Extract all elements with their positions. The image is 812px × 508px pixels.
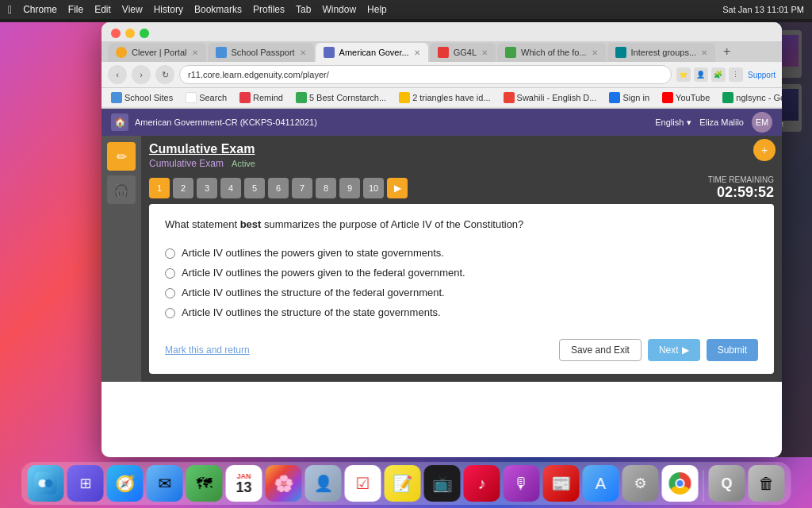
dock-launchpad-icon[interactable]: ⊞ [67, 465, 104, 502]
bookmark-5best[interactable]: 5 Best Cornstarch... [293, 90, 389, 105]
mark-and-return-link[interactable]: Mark this and return [165, 344, 250, 356]
bookmark-swahili[interactable]: Swahili - English D... [500, 90, 600, 105]
browser-tab-interest[interactable]: Interest groups... ✕ [607, 43, 716, 62]
course-header: 🏠 American Government-CR (KCKPS-04112021… [102, 109, 782, 136]
profile-icon[interactable]: 👤 [694, 67, 708, 82]
menu-tab[interactable]: Tab [296, 4, 311, 15]
question-6-button[interactable]: 6 [268, 178, 289, 198]
next-arrow-icon: ▶ [682, 344, 689, 356]
dock-notes-icon[interactable]: 📝 [385, 465, 421, 502]
dock-calendar-icon[interactable]: JAN 13 [226, 465, 262, 502]
menu-view[interactable]: View [122, 4, 143, 15]
dock-podcasts-icon[interactable]: 🎙 [504, 465, 540, 502]
question-5-button[interactable]: 5 [244, 178, 265, 198]
menu-edit[interactable]: Edit [94, 4, 111, 15]
tab-passport-close-icon[interactable]: ✕ [300, 48, 306, 57]
bookmark-2tri[interactable]: 2 triangles have id... [396, 90, 493, 105]
new-tab-button[interactable]: + [717, 41, 737, 62]
answer-radio-1[interactable] [165, 248, 175, 259]
bookmark-signin[interactable]: Sign in [606, 90, 653, 105]
dock-finder-icon[interactable] [28, 465, 64, 502]
bottom-action-buttons: Save and Exit Next ▶ Submit [559, 339, 758, 361]
chevron-down-icon: ▾ [687, 117, 691, 128]
bookmark-youtube[interactable]: YouTube [659, 90, 713, 105]
dock-settings-icon[interactable]: ⚙ [622, 465, 659, 502]
dock-trash-icon[interactable]: 🗑 [749, 465, 785, 502]
signin-favicon-icon [609, 92, 620, 103]
more-options-icon[interactable]: ⋮ [729, 67, 743, 82]
dock-music-icon[interactable]: ♪ [464, 465, 500, 502]
browser-tab-which[interactable]: Which of the fo... ✕ [497, 43, 606, 62]
question-7-button[interactable]: 7 [292, 178, 312, 198]
audio-button[interactable]: 🎧 [107, 175, 136, 204]
answer-radio-3[interactable] [165, 288, 175, 298]
tab-gg4l-close-icon[interactable]: ✕ [481, 48, 488, 57]
answer-radio-4[interactable] [165, 308, 175, 318]
extension-icon[interactable]: 🧩 [711, 67, 726, 82]
back-button[interactable]: ‹ [108, 65, 127, 84]
minimize-window-button[interactable] [125, 29, 135, 38]
menu-chrome[interactable]: Chrome [23, 4, 57, 15]
bookmark-search[interactable]: Search [182, 90, 230, 105]
add-note-button[interactable]: + [753, 139, 776, 161]
question-4-button[interactable]: 4 [220, 178, 241, 198]
dock-maps-icon[interactable]: 🗺 [186, 465, 223, 502]
dock-tv-icon[interactable]: 📺 [424, 465, 461, 502]
bookmark-remind[interactable]: Remind [236, 90, 286, 105]
browser-tab-clever[interactable]: Clever | Portal ✕ [108, 43, 206, 62]
question-2-button[interactable]: 2 [173, 178, 193, 198]
submit-button[interactable]: Submit [707, 339, 758, 361]
tab-amgov-close-icon[interactable]: ✕ [414, 48, 420, 57]
support-button[interactable]: Support [748, 71, 776, 79]
fullscreen-window-button[interactable] [140, 29, 149, 38]
bookmark-school-sites[interactable]: School Sites [108, 90, 176, 105]
browser-window: Clever | Portal ✕ School Passport ✕ Amer… [102, 22, 782, 457]
bookmark-icon[interactable]: ⭐ [676, 67, 691, 82]
apple-logo-icon[interactable]:  [8, 3, 12, 16]
question-8-button[interactable]: 8 [316, 178, 336, 198]
browser-tab-gg4l[interactable]: GG4L ✕ [430, 43, 496, 62]
save-and-exit-button[interactable]: Save and Exit [559, 339, 642, 361]
close-window-button[interactable] [111, 29, 121, 38]
dock-contacts-icon[interactable]: 👤 [305, 465, 342, 502]
language-selector[interactable]: English ▾ [655, 117, 691, 128]
url-bar[interactable]: r11.core.learn.edgenuity.com/player/ [179, 65, 672, 84]
answer-radio-2[interactable] [165, 268, 175, 279]
menu-window[interactable]: Window [322, 4, 356, 15]
question-1-button[interactable]: 1 [149, 178, 170, 198]
forward-button[interactable]: › [132, 65, 151, 84]
menu-profiles[interactable]: Profiles [253, 4, 285, 15]
menu-history[interactable]: History [154, 4, 183, 15]
answer-option-2[interactable]: Article IV outlines the powers given to … [165, 267, 758, 279]
dock-news-icon[interactable]: 📰 [543, 465, 580, 502]
menu-bookmarks[interactable]: Bookmarks [194, 4, 242, 15]
dock-reminders-icon[interactable]: ☑ [345, 465, 381, 502]
answer-option-3[interactable]: Article IV outlines the structure of the… [165, 287, 758, 298]
bookmark-nglsync[interactable]: nglsync - Google... [719, 90, 782, 105]
dock-safari-icon[interactable]: 🧭 [107, 465, 144, 502]
menu-file[interactable]: File [68, 4, 83, 15]
question-9-button[interactable]: 9 [339, 178, 360, 198]
dock-chrome-icon[interactable] [662, 465, 699, 502]
next-button[interactable]: Next ▶ [648, 339, 700, 361]
browser-tab-passport[interactable]: School Passport ✕ [208, 43, 314, 62]
dock-quicktime-icon[interactable]: Q [709, 465, 745, 502]
dock-photos-icon[interactable]: 🌸 [266, 465, 302, 502]
tab-interest-close-icon[interactable]: ✕ [701, 48, 707, 57]
menu-help[interactable]: Help [367, 4, 387, 15]
tab-which-close-icon[interactable]: ✕ [592, 48, 598, 57]
dock-mail-icon[interactable]: ✉ [147, 465, 183, 502]
tab-clever-close-icon[interactable]: ✕ [192, 48, 198, 57]
pencil-tool-button[interactable]: ✏ [107, 142, 136, 171]
edgenuity-content: 🏠 American Government-CR (KCKPS-04112021… [102, 109, 782, 457]
play-button[interactable]: ▶ [387, 178, 408, 198]
answer-option-1[interactable]: Article IV outlines the powers given to … [165, 247, 758, 259]
question-3-button[interactable]: 3 [197, 178, 217, 198]
question-10-button[interactable]: 10 [363, 178, 384, 198]
reload-button[interactable]: ↻ [155, 65, 174, 84]
answer-option-4[interactable]: Article IV outlines the structure of the… [165, 306, 758, 318]
dock-appstore-icon[interactable]: A [583, 465, 619, 502]
home-button[interactable]: 🏠 [111, 114, 128, 131]
browser-tab-amgov[interactable]: American Gover... ✕ [316, 43, 428, 62]
avatar: EM [752, 112, 772, 133]
